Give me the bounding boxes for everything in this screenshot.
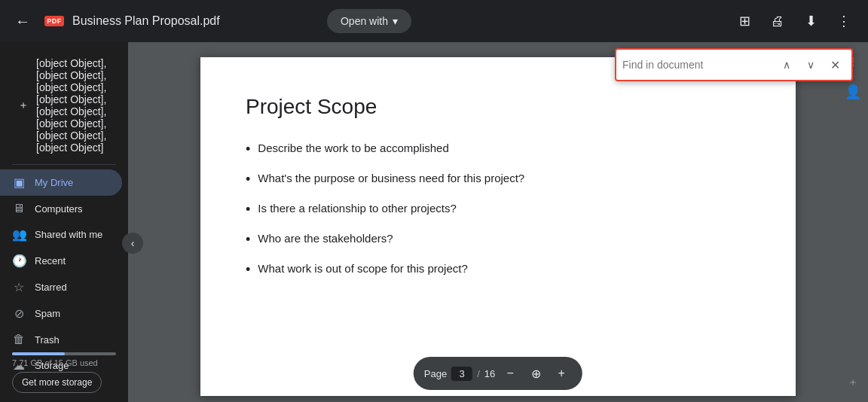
- print-icon: 🖨: [771, 14, 784, 29]
- print-button[interactable]: 🖨: [763, 6, 793, 36]
- download-icon: ⬇: [805, 13, 817, 29]
- list-item: What work is out of scope for this proje…: [246, 260, 750, 280]
- page-separator: /: [477, 368, 480, 379]
- more-options-button[interactable]: ⋮: [829, 6, 859, 36]
- list-item: Is there a relationship to other project…: [246, 200, 750, 220]
- sidebar-item-shared[interactable]: 👥 Shared with me: [0, 221, 122, 248]
- panel-add-button[interactable]: ＋: [839, 369, 866, 396]
- sidebar-item-spam[interactable]: ⊘ Spam: [0, 300, 122, 327]
- find-close-button[interactable]: ✕: [824, 54, 845, 75]
- sidebar-item-computers[interactable]: 🖥 Computers: [0, 196, 122, 221]
- sidebar-item-my-drive[interactable]: ▣ My Drive: [0, 169, 122, 196]
- close-icon: ✕: [830, 58, 840, 72]
- starred-icon: ☆: [12, 280, 26, 294]
- storage-section: 7.71 GB of 15 GB used Get more storage: [0, 342, 128, 402]
- add-icon: ⊞: [739, 13, 750, 29]
- top-bar-left: ← PDF Business Plan Proposal.pdf: [9, 8, 327, 35]
- chevron-up-icon: ∧: [783, 59, 790, 71]
- list-item: What's the purpose or business need for …: [246, 170, 750, 190]
- right-panel: ⋮ 👤 ＋: [838, 42, 868, 402]
- top-bar-right: ⊞ 🖨 ⬇ ⋮: [729, 6, 859, 36]
- top-bar: ← PDF Business Plan Proposal.pdf Open wi…: [0, 0, 868, 42]
- find-previous-button[interactable]: ∧: [776, 54, 797, 75]
- new-icon: ＋: [18, 99, 29, 112]
- plus-icon: ＋: [848, 376, 858, 389]
- list-item: Describe the work to be accomplished: [246, 140, 750, 160]
- download-button[interactable]: ⬇: [796, 6, 826, 36]
- pdf-page: Project Scope Describe the work to be ac…: [200, 57, 796, 396]
- pdf-badge: PDF: [44, 16, 64, 26]
- get-storage-button[interactable]: Get more storage: [12, 372, 102, 393]
- new-button[interactable]: ＋ [object Object],[object Object],[objec…: [6, 51, 122, 160]
- zoom-button[interactable]: ⊕: [525, 363, 546, 384]
- page-total: 16: [484, 368, 495, 379]
- open-with-button[interactable]: Open with ▾: [327, 9, 411, 33]
- pdf-heading: Project Scope: [246, 95, 750, 119]
- sidebar-item-label: Recent: [35, 255, 66, 266]
- find-next-button[interactable]: ∨: [800, 54, 821, 75]
- recent-icon: 🕐: [12, 254, 26, 268]
- panel-button-2[interactable]: 👤: [839, 78, 866, 105]
- pdf-icon: PDF: [44, 11, 65, 32]
- list-item: Who are the stakeholders?: [246, 230, 750, 250]
- sidebar: ＋ [object Object],[object Object],[objec…: [0, 42, 128, 402]
- zoom-out-button[interactable]: −: [500, 363, 521, 384]
- collapse-sidebar-button[interactable]: ‹: [122, 233, 143, 254]
- page-number-input[interactable]: [451, 367, 472, 381]
- sidebar-item-starred[interactable]: ☆ Starred: [0, 274, 122, 300]
- sidebar-item-label: Starred: [35, 282, 67, 293]
- page-controls: Page / 16 − ⊕ +: [414, 357, 582, 390]
- add-to-drive-button[interactable]: ⊞: [729, 6, 760, 36]
- spam-icon: ⊘: [12, 306, 26, 321]
- computers-icon: 🖥: [12, 202, 26, 215]
- storage-used-text: 7.71 GB of 15 GB used: [12, 358, 116, 367]
- drive-icon: ▣: [12, 175, 26, 190]
- sidebar-item-recent[interactable]: 🕐 Recent: [0, 248, 122, 274]
- page-label: Page: [424, 368, 447, 379]
- find-input[interactable]: [622, 59, 773, 71]
- sidebar-item-label: Shared with me: [35, 229, 102, 240]
- sidebar-item-label: Computers: [35, 203, 83, 215]
- sidebar-item-label: My Drive: [35, 177, 73, 188]
- find-bar: ∧ ∨ ✕: [615, 48, 853, 81]
- zoom-in-button[interactable]: +: [551, 363, 572, 384]
- more-icon: ⋮: [837, 13, 851, 29]
- chevron-down-icon: ∨: [807, 59, 815, 71]
- storage-bar-background: [12, 352, 116, 355]
- file-name: Business Plan Proposal.pdf: [72, 14, 220, 28]
- sidebar-divider: [12, 164, 116, 165]
- pdf-bullet-list: Describe the work to be accomplished Wha…: [246, 140, 750, 280]
- avatar-icon: 👤: [845, 84, 861, 100]
- pdf-viewer: Project Scope Describe the work to be ac…: [128, 42, 868, 402]
- back-button[interactable]: ←: [9, 8, 36, 35]
- storage-bar-fill: [12, 352, 65, 355]
- sidebar-item-label: Spam: [35, 308, 60, 319]
- shared-icon: 👥: [12, 227, 26, 242]
- chevron-left-icon: ‹: [131, 237, 135, 249]
